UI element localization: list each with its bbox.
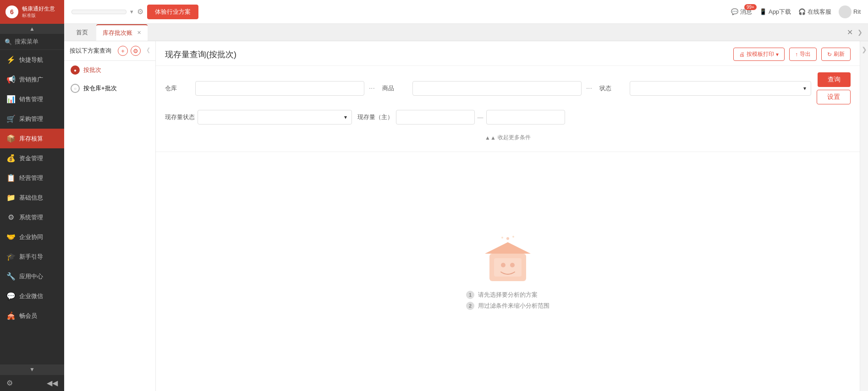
warehouse-label: 仓库 — [165, 84, 192, 92]
sidebar-item-finance[interactable]: 💰 资金管理 — [0, 148, 64, 168]
topbar-right: 💬 消息 99+ 📱 App下载 🎧 在线客服 Rit — [731, 5, 861, 18]
sidebar-item-guide[interactable]: 🎓 新手引导 — [0, 247, 64, 266]
svg-point-5 — [506, 237, 509, 240]
apps-icon: 🔧 — [6, 272, 16, 281]
sidebar-scroll-up[interactable]: ▲ — [0, 24, 64, 34]
tab-close-btn[interactable]: ✕ — [137, 30, 141, 36]
content-area: 按以下方案查询 + ⚙ 《 ● 按批次 ○ 按仓库+批次 现存量查询(按批次) — [64, 41, 868, 391]
svg-marker-1 — [485, 242, 531, 254]
filter-warehouse: 仓库 ··· — [165, 81, 377, 96]
settings-footer-btn[interactable]: ⚙ — [6, 379, 13, 387]
app-logo: 6 — [5, 5, 18, 18]
close-panel-btn[interactable]: ✕ — [847, 28, 853, 37]
messages-btn[interactable]: 💬 消息 99+ — [731, 8, 752, 16]
query-btn[interactable]: 查询 — [818, 72, 851, 87]
wechat-icon: 💬 — [6, 292, 16, 300]
main-area: ▾ ⚙ 体验行业方案 💬 消息 99+ 📱 App下载 🎧 在线客服 Rit — [64, 0, 868, 391]
sidebar-header: 6 畅康通好生意 标准版 — [0, 0, 64, 24]
quick-nav-icon: ⚡ — [6, 55, 16, 64]
basics-icon: 📁 — [6, 193, 16, 202]
plan-item-warehouse-batch[interactable]: ○ 按仓库+批次 — [64, 79, 155, 98]
tab-home[interactable]: 首页 — [70, 25, 94, 40]
topbar-settings-icon[interactable]: ⚙ — [137, 7, 143, 16]
sidebar-nav: ⚡ 快捷导航 📢 营销推广 📊 销售管理 🛒 采购管理 📦 库存核算 💰 资金管… — [0, 50, 64, 364]
experience-btn[interactable]: 体验行业方案 — [147, 5, 198, 19]
sidebar-item-basics[interactable]: 📁 基础信息 — [0, 188, 64, 207]
sidebar-item-enterprise[interactable]: 🤝 企业协同 — [0, 227, 64, 247]
tip-text-2: 用过滤条件来缩小分析范围 — [478, 302, 549, 310]
topbar: ▾ ⚙ 体验行业方案 💬 消息 99+ 📱 App下载 🎧 在线客服 Rit — [64, 0, 868, 24]
svg-point-3 — [501, 263, 505, 267]
online-service-btn[interactable]: 🎧 在线客服 — [798, 8, 831, 16]
refresh-btn[interactable]: ↻ 刷新 — [821, 48, 851, 61]
operations-icon: 📋 — [6, 174, 16, 182]
marketing-icon: 📢 — [6, 75, 16, 84]
print-btn[interactable]: 🖨 按模板打印 ▾ — [733, 48, 785, 61]
tab-inventory-batch[interactable]: 库存批次账 ✕ — [96, 24, 148, 41]
sidebar-scroll-down[interactable]: ▼ — [0, 364, 64, 375]
sidebar-item-member[interactable]: 🎪 畅会员 — [0, 306, 64, 326]
left-panel: 按以下方案查询 + ⚙ 《 ● 按批次 ○ 按仓库+批次 — [64, 41, 156, 391]
stock-qty-label: 现存量（主） — [357, 113, 393, 121]
app-download-btn[interactable]: 📱 App下载 — [759, 8, 791, 16]
collapse-left-panel-btn[interactable]: 《 — [143, 47, 150, 55]
sidebar: 6 畅康通好生意 标准版 ▲ 🔍 搜索菜单 ⚡ 快捷导航 📢 营销推广 📊 销售… — [0, 0, 64, 391]
system-icon: ⚙ — [6, 213, 16, 222]
stock-status-select[interactable]: ▾ — [198, 110, 352, 125]
sidebar-item-sales[interactable]: 📊 销售管理 — [0, 89, 64, 109]
sidebar-footer: ⚙ ◀◀ — [0, 375, 64, 391]
status-select[interactable]: ▾ — [630, 81, 811, 96]
refresh-icon: ↻ — [827, 51, 832, 58]
product-more-btn[interactable]: ··· — [584, 84, 594, 92]
warehouse-input[interactable] — [195, 81, 364, 96]
empty-illustration — [480, 233, 535, 283]
expand-panel-btn[interactable]: ❯ — [857, 29, 863, 36]
tip-num-2: 2 — [466, 302, 474, 310]
settings-btn[interactable]: 设置 — [817, 90, 851, 104]
left-panel-header: 按以下方案查询 + ⚙ 《 — [64, 41, 155, 61]
sidebar-item-apps[interactable]: 🔧 应用中心 — [0, 266, 64, 286]
page-title: 现存量查询(按批次) — [165, 49, 236, 60]
sidebar-item-purchase[interactable]: 🛒 采购管理 — [0, 109, 64, 129]
status-dropdown-icon: ▾ — [803, 85, 806, 92]
svg-point-6 — [512, 236, 514, 238]
inventory-icon: 📦 — [6, 134, 16, 143]
stock-qty-max-input[interactable] — [486, 110, 565, 125]
headset-icon: 🎧 — [798, 8, 806, 15]
collapse-sidebar-btn[interactable]: ◀◀ — [47, 379, 58, 387]
avatar — [839, 5, 852, 18]
plan-item-batch[interactable]: ● 按批次 — [64, 61, 155, 79]
topbar-dropdown-icon[interactable]: ▾ — [130, 8, 133, 15]
empty-tips: 1 请先选择要分析的方案 2 用过滤条件来缩小分析范围 — [466, 291, 549, 310]
sidebar-item-quick-nav[interactable]: ⚡ 快捷导航 — [0, 50, 64, 70]
warehouse-more-btn[interactable]: ··· — [367, 84, 377, 92]
product-input[interactable] — [412, 81, 582, 96]
export-btn[interactable]: ↑ 导出 — [789, 48, 817, 61]
settings-plan-btn[interactable]: ⚙ — [131, 46, 141, 56]
user-avatar-btn[interactable]: Rit — [839, 5, 861, 18]
collapse-up-icon: ▲▲ — [485, 135, 496, 141]
stock-status-label: 现存量状态 — [165, 113, 195, 121]
stock-qty-min-input[interactable] — [396, 110, 475, 125]
plan-batch-icon: ● — [71, 65, 80, 75]
status-label: 状态 — [599, 84, 627, 92]
page-header: 现存量查询(按批次) 🖨 按模板打印 ▾ ↑ 导出 ↻ 刷新 — [156, 41, 860, 66]
range-separator: — — [478, 114, 483, 121]
sidebar-item-operations[interactable]: 📋 经营管理 — [0, 168, 64, 188]
filter-status: 状态 ▾ — [599, 81, 811, 96]
sidebar-item-inventory[interactable]: 📦 库存核算 — [0, 129, 64, 148]
sidebar-item-wechat[interactable]: 💬 企业微信 — [0, 286, 64, 306]
right-edge: ❯ — [860, 41, 868, 391]
phone-icon: 📱 — [759, 8, 767, 15]
add-plan-btn[interactable]: + — [118, 46, 128, 56]
right-edge-arrow[interactable]: ❯ — [862, 46, 867, 53]
collapse-more-btn[interactable]: ▲▲ 收起更多条件 — [165, 130, 851, 145]
search-menu-item[interactable]: 🔍 搜索菜单 — [0, 34, 64, 50]
product-label: 商品 — [382, 84, 410, 92]
sidebar-item-system[interactable]: ⚙ 系统管理 — [0, 207, 64, 227]
filter-area: 仓库 ··· 商品 ··· 状态 ▾ — [156, 66, 860, 152]
sidebar-item-marketing[interactable]: 📢 营销推广 — [0, 70, 64, 89]
topbar-search-box — [71, 10, 126, 14]
tabbar: 首页 库存批次账 ✕ ✕ ❯ — [64, 24, 868, 41]
print-dropdown-icon: ▾ — [776, 51, 779, 58]
